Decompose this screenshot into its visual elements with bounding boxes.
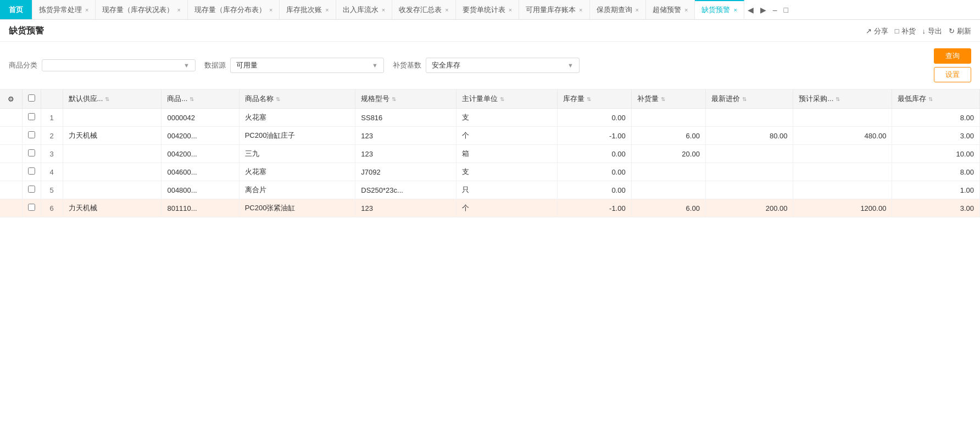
col-name[interactable]: 商品名称 ⇅ (239, 89, 355, 109)
row-code-cell: 801110... (162, 199, 239, 217)
tab-7[interactable]: 要货单统计表 × (456, 0, 519, 19)
tab-11-close[interactable]: × (733, 7, 737, 13)
tab-8[interactable]: 可用量库存账本 × (519, 0, 589, 19)
row-name-cell: 三九 (239, 145, 355, 163)
row-index-cell: 3 (41, 145, 63, 163)
col-code[interactable]: 商品... ⇅ (162, 89, 239, 109)
tab-5-close[interactable]: × (382, 7, 385, 13)
header-actions: ↗ 分享 □ 补货 ↓ 导出 ↻ 刷新 (866, 26, 971, 36)
row-gear-cell (0, 145, 22, 163)
tab-10-close[interactable]: × (684, 7, 688, 13)
col-est-purchase[interactable]: 预计采购... ⇅ (793, 89, 892, 109)
tab-4-label: 库存批次账 (286, 5, 322, 15)
refresh-label: 刷新 (957, 26, 971, 36)
datasource-filter-label: 数据源 (204, 60, 226, 70)
tab-4-close[interactable]: × (325, 7, 328, 13)
col-replenish[interactable]: 补货量 ⇅ (631, 89, 705, 109)
replenish-base-select[interactable]: 安全库存 ▼ (426, 58, 580, 73)
row-stock-cell: 0.00 (557, 145, 631, 163)
tab-3-close[interactable]: × (269, 7, 272, 13)
refresh-button[interactable]: ↻ 刷新 (949, 26, 971, 36)
col-replenish-label: 补货量 (637, 94, 659, 104)
col-gear[interactable]: ⚙ (0, 89, 22, 109)
row-unit-cell: 只 (456, 181, 557, 199)
share-button[interactable]: ↗ 分享 (866, 26, 888, 36)
select-all-checkbox[interactable] (28, 94, 35, 102)
row-checkbox-cell[interactable] (22, 199, 41, 217)
row-min-stock-cell: 3.00 (892, 199, 980, 217)
col-stock[interactable]: 库存量 ⇅ (557, 89, 631, 109)
tab-6[interactable]: 收发存汇总表 × (392, 0, 455, 19)
row-checkbox-cell[interactable] (22, 109, 41, 127)
row-name-cell: 火花塞 (239, 109, 355, 127)
row-checkbox-cell[interactable] (22, 181, 41, 199)
row-name-cell: PC200张紧油缸 (239, 199, 355, 217)
tab-home[interactable]: 首页 (0, 0, 32, 19)
tab-5[interactable]: 出入库流水 × (336, 0, 392, 19)
page-container: 缺货预警 ↗ 分享 □ 补货 ↓ 导出 ↻ 刷新 商品分类 (0, 20, 980, 437)
tab-3-label: 现存量（库存分布表） (194, 5, 266, 15)
row-index-cell: 4 (41, 163, 63, 181)
replenish-button[interactable]: □ 补货 (895, 26, 916, 36)
row-gear-cell (0, 127, 22, 145)
category-select[interactable]: ▼ (42, 59, 196, 71)
tab-9[interactable]: 保质期查询 × (590, 0, 646, 19)
tab-3[interactable]: 现存量（库存分布表） × (188, 0, 280, 19)
tab-bar: 首页 拣货异常处理 × 现存量（库存状况表） × 现存量（库存分布表） × 库存… (0, 0, 980, 20)
row-latest-price-cell: 80.00 (705, 127, 793, 145)
tab-minimize-btn[interactable]: – (770, 0, 781, 19)
col-latest-price[interactable]: 最新进价 ⇅ (705, 89, 793, 109)
tab-prev-btn[interactable]: ◀ (744, 0, 757, 19)
page-header: 缺货预警 ↗ 分享 □ 补货 ↓ 导出 ↻ 刷新 (0, 20, 980, 42)
tab-9-label: 保质期查询 (597, 5, 632, 15)
col-unit[interactable]: 主计量单位 ⇅ (456, 89, 557, 109)
tab-11[interactable]: 缺货预警 × (695, 0, 744, 19)
tab-2-close[interactable]: × (177, 7, 180, 13)
col-spec[interactable]: 规格型号 ⇅ (355, 89, 456, 109)
row-checkbox[interactable] (28, 167, 35, 175)
row-checkbox-cell[interactable] (22, 163, 41, 181)
row-supplier-cell (63, 181, 162, 199)
col-stock-label: 库存量 (563, 94, 584, 104)
tab-home-label: 首页 (9, 5, 23, 15)
tab-6-close[interactable]: × (445, 7, 448, 13)
row-supplier-cell (63, 163, 162, 181)
datasource-select[interactable]: 可用量 ▼ (230, 58, 384, 73)
export-button[interactable]: ↓ 导出 (922, 26, 943, 36)
row-supplier-cell (63, 109, 162, 127)
row-checkbox[interactable] (28, 204, 35, 211)
col-code-label: 商品... (167, 94, 187, 104)
row-code-cell: 004200... (162, 145, 239, 163)
row-checkbox[interactable] (28, 131, 35, 138)
row-gear-cell (0, 199, 22, 217)
tab-2[interactable]: 现存量（库存状况表） × (96, 0, 187, 19)
tab-8-close[interactable]: × (579, 7, 582, 13)
row-checkbox-cell[interactable] (22, 145, 41, 163)
row-checkbox[interactable] (28, 113, 35, 120)
settings-button[interactable]: 设置 (934, 67, 971, 82)
col-name-sort: ⇅ (276, 96, 280, 102)
tab-4[interactable]: 库存批次账 × (280, 0, 336, 19)
row-checkbox[interactable] (28, 186, 35, 193)
row-checkbox[interactable] (28, 149, 35, 156)
col-min-stock[interactable]: 最低库存 ⇅ (892, 89, 980, 109)
row-spec-cell: 123 (355, 145, 456, 163)
tab-7-close[interactable]: × (509, 7, 512, 13)
tab-maximize-btn[interactable]: □ (781, 0, 792, 19)
row-min-stock-cell: 10.00 (892, 145, 980, 163)
col-supplier[interactable]: 默认供应... ⇅ (63, 89, 162, 109)
row-stock-cell: -1.00 (557, 127, 631, 145)
row-replenish-cell (631, 181, 705, 199)
query-button[interactable]: 查询 (934, 48, 971, 64)
row-checkbox-cell[interactable] (22, 127, 41, 145)
category-filter-group: 商品分类 ▼ (9, 59, 196, 71)
row-name-cell: 火花塞 (239, 163, 355, 181)
row-gear-cell (0, 163, 22, 181)
tab-1-close[interactable]: × (85, 7, 88, 13)
tab-9-close[interactable]: × (636, 7, 639, 13)
tab-next-btn[interactable]: ▶ (757, 0, 770, 19)
row-stock-cell: 0.00 (557, 181, 631, 199)
col-select-all[interactable] (22, 89, 41, 109)
tab-10[interactable]: 超储预警 × (646, 0, 695, 19)
tab-1[interactable]: 拣货异常处理 × (32, 0, 96, 19)
